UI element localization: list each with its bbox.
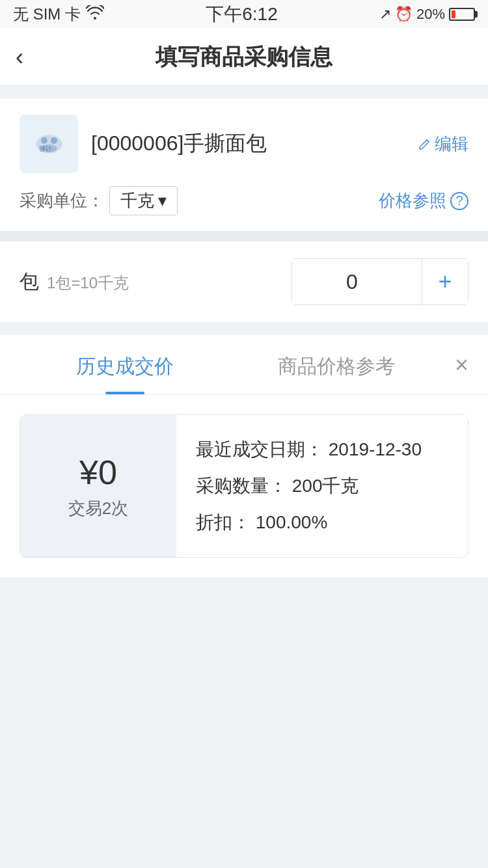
- status-bar: 无 SIM 卡 下午6:12 ↗ ⏰ 20%: [0, 0, 488, 29]
- tabs-header: 历史成交价 商品价格参考 ×: [0, 335, 488, 395]
- recent-date-label: 最近成交日期：: [196, 439, 323, 459]
- history-price-section: ¥0 交易2次: [20, 415, 176, 557]
- svg-text:驿计: 驿计: [39, 145, 52, 152]
- tabs-container: 历史成交价 商品价格参考 × ¥0 交易2次 最近成交日期： 2019-12-3…: [0, 335, 488, 577]
- purchase-quantity-row: 采购数量： 200千克: [196, 472, 448, 500]
- tab-close-button[interactable]: ×: [442, 338, 468, 392]
- time-display: 下午6:12: [206, 2, 278, 27]
- svg-point-1: [41, 137, 47, 144]
- nav-bar: ‹ 填写商品采购信息: [0, 29, 488, 86]
- product-thumbnail: 驿计: [20, 115, 78, 173]
- recent-date-value: 2019-12-30: [329, 439, 422, 459]
- page-title: 填写商品采购信息: [156, 42, 332, 72]
- carrier-text: 无 SIM 卡: [13, 4, 81, 25]
- product-header: 驿计 [0000006]手撕面包 编辑: [20, 115, 468, 173]
- dropdown-arrow-icon: ▾: [158, 191, 167, 211]
- discount-row: 折扣： 100.00%: [196, 509, 448, 536]
- wifi-icon: [86, 5, 104, 23]
- price-reference-button[interactable]: 价格参照 ?: [379, 189, 468, 212]
- tab-product-price-ref[interactable]: 商品价格参考: [230, 335, 441, 394]
- recent-date-row: 最近成交日期： 2019-12-30: [196, 436, 448, 463]
- quantity-input-wrap: +: [291, 258, 468, 305]
- edit-label: 编辑: [435, 133, 468, 156]
- location-icon: ↗: [379, 6, 391, 23]
- battery-icon: [449, 8, 475, 21]
- quantity-row: 包 1包=10千克 +: [0, 241, 488, 322]
- battery-percent: 20%: [416, 6, 445, 23]
- product-name: [0000006]手撕面包: [91, 129, 267, 158]
- history-price-value: ¥0: [79, 453, 117, 492]
- discount-label: 折扣：: [196, 512, 251, 532]
- history-content: ¥0 交易2次 最近成交日期： 2019-12-30 采购数量： 200千克 折…: [0, 395, 488, 577]
- unit-label: 采购单位： 千克 ▾: [20, 186, 178, 215]
- tab-history-price[interactable]: 历史成交价: [20, 335, 230, 394]
- edit-button[interactable]: 编辑: [418, 133, 468, 156]
- product-left: 驿计 [0000006]手撕面包: [20, 115, 267, 173]
- history-details-section: 最近成交日期： 2019-12-30 采购数量： 200千克 折扣： 100.0…: [176, 415, 468, 557]
- quantity-label: 包 1包=10千克: [20, 269, 129, 295]
- unit-selector[interactable]: 千克 ▾: [109, 186, 178, 215]
- history-card: ¥0 交易2次 最近成交日期： 2019-12-30 采购数量： 200千克 折…: [20, 414, 468, 558]
- help-icon: ?: [450, 192, 468, 210]
- status-left: 无 SIM 卡: [13, 4, 104, 25]
- quantity-plus-button[interactable]: +: [422, 259, 468, 305]
- status-right: ↗ ⏰ 20%: [379, 6, 475, 23]
- purchase-quantity-value: 200千克: [292, 476, 359, 496]
- quantity-hint: 1包=10千克: [47, 273, 129, 293]
- svg-point-2: [51, 137, 57, 144]
- history-trade-count: 交易2次: [68, 497, 128, 520]
- discount-value: 100.00%: [256, 512, 328, 532]
- alarm-icon: ⏰: [395, 6, 413, 23]
- section-divider: [0, 231, 488, 241]
- product-card: 驿计 [0000006]手撕面包 编辑 采购单位： 千克 ▾ 价格参照 ?: [0, 99, 488, 231]
- quantity-input[interactable]: [292, 259, 422, 305]
- purchase-quantity-label: 采购数量：: [196, 476, 287, 496]
- quantity-unit: 包: [20, 269, 39, 295]
- back-button[interactable]: ‹: [16, 44, 23, 71]
- product-footer: 采购单位： 千克 ▾ 价格参照 ?: [20, 186, 468, 215]
